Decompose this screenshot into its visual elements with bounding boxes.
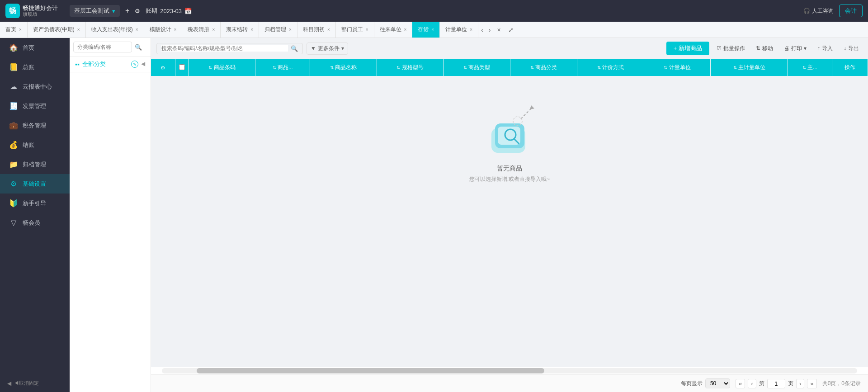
content-area: 🔍 ▪▪ 全部分类 ✎ ◀ 🔍 ▼ 更多条件 [70,38,868,392]
column-checkbox[interactable] [175,59,189,76]
header-actions: 🎧 人工咨询 会计 [803,5,863,17]
close-tab-icon[interactable]: × [366,27,368,32]
calendar-icon[interactable]: 📅 [184,8,192,14]
category-actions: ✎ ◀ [131,61,145,68]
company-selector[interactable]: 基层工会测试 ▾ [70,5,120,17]
print-icon: 🖨 [784,45,789,52]
batch-icon: ☑ [717,45,722,52]
tab-bar: 首页 × 资产负债表(中期) × 收入支出表(年报) × 模版设计 × 税表清册… [0,22,868,38]
close-tab-icon[interactable]: × [289,27,292,32]
product-table: ⚙ ⇅ 商品条码 ⇅ 商品... ⇅ 商品名称 ⇅ 规格型号 ⇅ 商品类型 ⇅ … [151,59,868,76]
column-type: ⇅ 商品类型 [443,59,510,76]
column-category: ⇅ 商品分类 [510,59,577,76]
close-tab-icon[interactable]: × [327,27,330,32]
export-button[interactable]: ↓ 导出 [840,43,863,54]
tab-home[interactable]: 首页 × [0,22,28,38]
home-icon: 🏠 [9,43,18,52]
tab-period-close[interactable]: 期末结转 × [221,22,259,38]
close-tab-icon[interactable]: × [404,27,407,32]
product-table-container: ⚙ ⇅ 商品条码 ⇅ 商品... ⇅ 商品名称 ⇅ 规格型号 ⇅ 商品类型 ⇅ … [151,59,868,367]
unpin-sidebar-button[interactable]: ◀ ◀取消固定 [0,374,70,392]
sidebar-item-invoice[interactable]: 🧾 发票管理 [0,96,70,116]
last-page-button[interactable]: » [807,379,816,388]
sidebar-item-settle[interactable]: 💰 结账 [0,135,70,155]
headset-icon: 🎧 [803,8,810,14]
tab-prev-button[interactable]: ‹ [478,26,486,33]
close-all-tabs-button[interactable]: × [493,26,504,33]
tab-contacts[interactable]: 往来单位 × [374,22,413,38]
product-search-input[interactable] [161,45,288,52]
gear-icon: ⚙ [9,179,18,188]
tax-icon: 💼 [9,121,18,130]
account-button[interactable]: 会计 [839,5,863,17]
collapse-panel-icon[interactable]: ◀ [141,61,145,68]
add-product-button[interactable]: + 新增商品 [666,42,709,55]
tab-department[interactable]: 部门员工 × [336,22,374,38]
edit-category-icon[interactable]: ✎ [131,61,138,68]
sidebar-item-reports[interactable]: ☁ 云报表中心 [0,77,70,96]
tab-income[interactable]: 收入支出表(年报) × [86,22,144,38]
horizontal-scrollbar[interactable] [162,368,857,373]
close-tab-icon[interactable]: × [77,27,80,32]
tab-unit[interactable]: 计量单位 × [440,22,478,38]
tab-balance[interactable]: 资产负债表(中期) × [28,22,86,38]
sidebar-item-home[interactable]: 🏠 首页 [0,38,70,57]
expand-tab-button[interactable]: ⤢ [505,26,517,33]
period-info: 账期 2023-03 📅 [146,7,192,15]
import-icon: ↑ [817,45,820,52]
close-tab-icon[interactable]: × [470,27,472,32]
page-size-select[interactable]: 10 20 50 100 [705,378,730,388]
move-button[interactable]: ⇅ 移动 [752,43,777,54]
sidebar-item-guide[interactable]: 🔰 新手引导 [0,194,70,213]
first-page-button[interactable]: « [736,379,745,388]
category-header: ▪▪ 全部分类 ✎ ◀ [70,57,151,72]
import-button[interactable]: ↑ 导入 [814,43,836,54]
sidebar-item-settings[interactable]: ⚙ 基础设置 [0,174,70,194]
sidebar-item-archive[interactable]: 📁 归档管理 [0,155,70,174]
empty-arrow-svg [478,103,541,157]
page-number-input[interactable] [767,379,785,388]
settings-icon[interactable]: ⚙ [135,8,140,14]
total-records-info: 共0页，0条记录 [822,380,861,387]
tab-inventory[interactable]: 存货 × [412,22,440,38]
next-page-button[interactable]: › [796,379,804,388]
close-tab-icon[interactable]: × [250,27,253,32]
category-search-icon[interactable]: 🔍 [135,44,142,51]
sidebar-item-tax[interactable]: 💼 税务管理 [0,116,70,135]
batch-operation-button[interactable]: ☑ 批量操作 [713,43,749,54]
filter-icon: ▼ [311,45,316,52]
prev-page-button[interactable]: ‹ [748,379,756,388]
tab-template[interactable]: 模版设计 × [144,22,183,38]
sidebar: 🏠 首页 📒 总账 ☁ 云报表中心 🧾 发票管理 💼 税务管理 💰 结账 📁 归… [0,38,70,392]
select-all-checkbox[interactable] [179,64,185,70]
category-search-input[interactable] [73,42,132,52]
chevron-down-icon: ▾ [112,8,115,14]
all-category-label[interactable]: 全部分类 [82,60,106,68]
cloud-icon: ☁ [9,82,18,91]
tab-subject[interactable]: 科目期初 × [297,22,336,38]
column-barcode: ⇅ 商品条码 [189,59,255,76]
sidebar-item-ledger[interactable]: 📒 总账 [0,57,70,77]
more-filter-button[interactable]: ▼ 更多条件 ▾ [307,43,348,55]
export-icon: ↓ [844,45,846,52]
column-price-method: ⇅ 计价方式 [577,59,644,76]
tab-archive[interactable]: 归档管理 × [259,22,297,38]
close-tab-icon[interactable]: × [136,27,138,32]
print-button[interactable]: 🖨 打印 ▾ [780,43,810,54]
product-search-icon[interactable]: 🔍 [291,45,298,52]
scrollbar-thumb[interactable] [197,368,544,373]
sidebar-item-member[interactable]: ▽ 畅会员 [0,213,70,232]
left-panel: 🔍 ▪▪ 全部分类 ✎ ◀ [70,38,151,392]
unpin-icon: ◀ [7,380,11,387]
close-tab-icon[interactable]: × [19,27,22,32]
add-tab-button[interactable]: + [125,7,129,15]
close-tab-icon[interactable]: × [431,27,434,32]
close-tab-icon[interactable]: × [174,27,177,32]
header: 畅 畅捷通好会计 旗舰版 基层工会测试 ▾ + ⚙ 账期 2023-03 📅 🎧… [0,0,868,22]
tab-next-button[interactable]: › [486,26,494,33]
close-tab-icon[interactable]: × [212,27,215,32]
tab-tax[interactable]: 税表清册 × [182,22,221,38]
archive-icon: 📁 [9,160,18,169]
column-settings[interactable]: ⚙ [151,59,175,76]
support-button[interactable]: 🎧 人工咨询 [803,7,834,15]
